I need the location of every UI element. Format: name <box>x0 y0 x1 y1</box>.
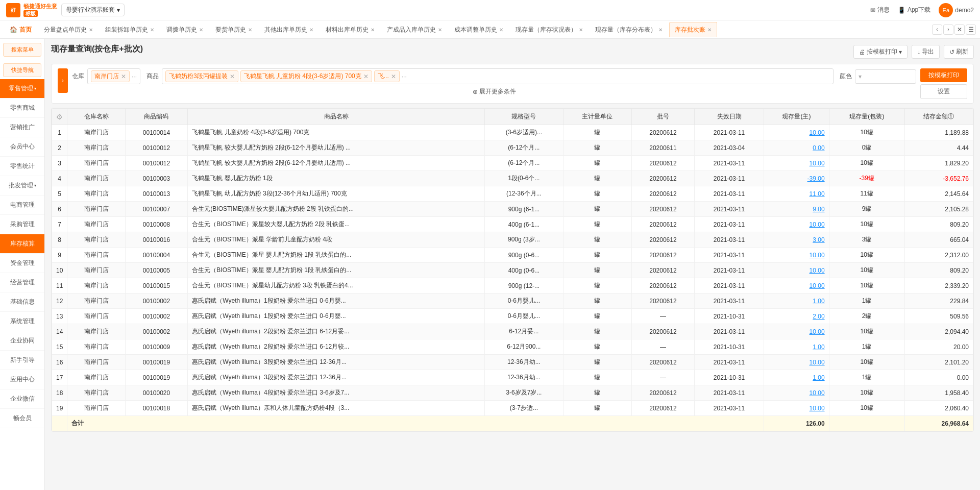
goods-tag-1[interactable]: 飞鹤奶粉3段丙罐提装 ✕ <box>165 70 238 82</box>
refresh-btn[interactable]: ↺ 刷新 <box>944 45 974 59</box>
expand-more-link[interactable]: ⊕ 展开更多条件 <box>72 87 916 96</box>
tab-3[interactable]: 调拨单历史 ✕ <box>161 22 209 37</box>
goods-tag-3[interactable]: 飞... ✕ <box>374 70 400 82</box>
row-qty-main[interactable]: 1.00 <box>764 339 829 355</box>
tab-close-9[interactable]: ✕ <box>579 27 583 33</box>
tab-4[interactable]: 要货单历史 ✕ <box>210 22 258 37</box>
tab-home[interactable]: 🏠 首页 <box>4 22 37 37</box>
tab-11[interactable]: 库存批次账 ✕ <box>669 22 717 37</box>
row-qty-main[interactable]: 10.00 <box>764 401 829 416</box>
tab-6[interactable]: 材料出库单历史 ✕ <box>320 22 380 37</box>
row-qty-main[interactable]: 2.00 <box>764 309 829 324</box>
goods-tag-2[interactable]: 飞鹤星飞帆 儿童奶粉 4段(3-6岁适用) 700克 ✕ <box>240 70 372 82</box>
tab-prev-btn[interactable]: ‹ <box>932 24 942 35</box>
warehouse-more[interactable]: ··· <box>132 73 137 80</box>
tab-close-2[interactable]: ✕ <box>150 27 154 33</box>
tab-close-10[interactable]: ✕ <box>658 27 663 33</box>
row-qty-main[interactable]: 9.00 <box>764 202 829 217</box>
filter-expand-btn[interactable]: › <box>58 68 68 93</box>
export-btn[interactable]: ↓ 导出 <box>912 45 940 59</box>
remove-goods-tag-2[interactable]: ✕ <box>363 73 369 80</box>
quick-nav-btn[interactable]: 快捷导航 <box>3 63 41 77</box>
tab-close-6[interactable]: ✕ <box>371 27 375 33</box>
tab-close-5[interactable]: ✕ <box>309 27 313 33</box>
row-qty-main[interactable]: 10.00 <box>764 156 829 171</box>
row-qty-main[interactable]: 10.00 <box>764 278 829 293</box>
row-qty-main[interactable]: 10.00 <box>764 324 829 339</box>
user-info[interactable]: Ea demo2 <box>939 3 974 17</box>
row-qty-main[interactable]: 11.00 <box>764 186 829 202</box>
sidebar-item-member-center[interactable]: 会员中心 <box>0 137 44 157</box>
sidebar-item-marketing[interactable]: 营销推广 <box>0 118 44 137</box>
tab-2[interactable]: 组装拆卸单历史 ✕ <box>100 22 160 37</box>
warehouse-tags[interactable]: 南岸门店 ✕ ··· <box>87 68 140 84</box>
row-qty-main[interactable]: 10.00 <box>764 217 829 232</box>
remove-goods-tag-3[interactable]: ✕ <box>391 73 396 80</box>
goods-more[interactable]: ··· <box>402 73 407 80</box>
goods-tags[interactable]: 飞鹤奶粉3段丙罐提装 ✕ 飞鹤星飞帆 儿童奶粉 4段(3-6岁适用) 700克 … <box>162 68 834 84</box>
tab-next-btn[interactable]: › <box>943 24 953 35</box>
sidebar-item-inventory[interactable]: 库存核算 <box>0 234 44 254</box>
row-qty-main[interactable]: 10.00 <box>764 125 829 140</box>
row-qty-main[interactable]: 3.00 <box>764 232 829 248</box>
print-btn[interactable]: 🖨 按模板打印 ▾ <box>853 45 908 59</box>
row-qty-main[interactable]: 10.00 <box>764 385 829 401</box>
row-qty-main[interactable]: 10.00 <box>764 263 829 278</box>
tab-menu-btn[interactable]: ☰ <box>966 24 976 35</box>
tab-1[interactable]: 分量盘点单历史 ✕ <box>38 22 99 37</box>
tab-close-1[interactable]: ✕ <box>89 27 93 33</box>
tab-close-11[interactable]: ✕ <box>707 27 712 33</box>
row-name: 合生元（BIOSTIME）派星较大婴儿配方奶粉 2段 乳铁蛋... <box>188 217 485 232</box>
row-no: 18 <box>52 385 67 401</box>
sidebar-item-ecommerce[interactable]: 电商管理 <box>0 195 44 215</box>
sidebar-item-system[interactable]: 系统管理 <box>0 312 44 331</box>
sidebar-item-finance[interactable]: 资金管理 <box>0 254 44 273</box>
tab-8[interactable]: 成本调整单历史 ✕ <box>449 22 509 37</box>
row-qty-main[interactable]: 1.00 <box>764 370 829 385</box>
warehouse-tag[interactable]: 南岸门店 ✕ <box>91 70 130 82</box>
sidebar-item-purchase[interactable]: 采购管理 <box>0 215 44 234</box>
table-row: 18南岸门店00100020惠氏启赋（Wyeth illuma）4段奶粉 爱尔兰… <box>52 385 973 401</box>
color-chevron[interactable]: ▾ <box>859 73 862 80</box>
app-download-btn[interactable]: 📱 App下载 <box>898 6 930 14</box>
sidebar-item-wholesale[interactable]: 批发管理 ▾ <box>0 176 44 195</box>
search-menu-btn[interactable]: 搜索菜单 <box>3 43 41 57</box>
row-qty-main[interactable]: 0.00 <box>764 140 829 156</box>
tab-close-3[interactable]: ✕ <box>199 27 203 33</box>
col-expire: 失效日期 <box>694 109 764 125</box>
settings-btn[interactable]: 设置 <box>920 84 967 99</box>
sidebar-item-basic-info[interactable]: 基础信息 <box>0 292 44 312</box>
tab-9[interactable]: 现存量（库存状况表） ✕ <box>510 22 589 37</box>
settings-icon[interactable]: ⚙ <box>56 113 63 121</box>
tab-10[interactable]: 现存量（库存分布表） ✕ <box>590 22 668 37</box>
tab-close-8[interactable]: ✕ <box>499 27 503 33</box>
row-qty-main[interactable]: 1.00 <box>764 293 829 309</box>
row-name: 合生元（BIOSTIME）派星 婴儿配方奶粉 1段 乳铁蛋白的... <box>188 263 485 278</box>
row-qty-main[interactable]: 10.00 <box>764 248 829 263</box>
sidebar-item-enterprise[interactable]: 企业协同 <box>0 331 44 351</box>
sidebar-item-operations[interactable]: 经营管理 <box>0 273 44 292</box>
sidebar-item-retail-mall[interactable]: 零售商城 <box>0 99 44 118</box>
remove-goods-tag-1[interactable]: ✕ <box>230 73 235 80</box>
row-spec: 900g (12-... <box>484 278 563 293</box>
tab-close-4[interactable]: ✕ <box>248 27 252 33</box>
tab-close-7[interactable]: ✕ <box>438 27 442 33</box>
tab-5[interactable]: 其他出库单历史 ✕ <box>259 22 319 37</box>
message-btn[interactable]: ✉ 消息 <box>870 6 890 14</box>
remove-warehouse-tag[interactable]: ✕ <box>121 73 126 80</box>
row-name: 惠氏启赋（Wyeth illuma）亲和人体儿童配方奶粉4段（3... <box>188 401 485 416</box>
color-tags[interactable]: ▾ <box>855 69 916 84</box>
row-qty-main[interactable]: -39.00 <box>764 171 829 186</box>
sidebar-item-wechat[interactable]: 企业微信 <box>0 389 44 409</box>
sidebar-item-member[interactable]: 畅会员 <box>0 409 44 428</box>
tab-close-all-btn[interactable]: ✕ <box>954 24 965 35</box>
account-selector[interactable]: 母婴行业演示账套 ▾ <box>61 4 125 16</box>
sidebar-item-retail-management[interactable]: 零售管理 ▾ <box>0 79 44 99</box>
tab-7[interactable]: 产成品入库单历史 ✕ <box>381 22 448 37</box>
sidebar-item-app-center[interactable]: 应用中心 <box>0 370 44 389</box>
sidebar-item-guide[interactable]: 新手引导 <box>0 351 44 370</box>
query-btn[interactable]: 按模板打印 <box>920 68 967 82</box>
row-qty-main[interactable]: 10.00 <box>764 355 829 370</box>
row-expire: 2021-03-11 <box>694 248 764 263</box>
sidebar-item-retail-stats[interactable]: 零售统计 <box>0 157 44 176</box>
